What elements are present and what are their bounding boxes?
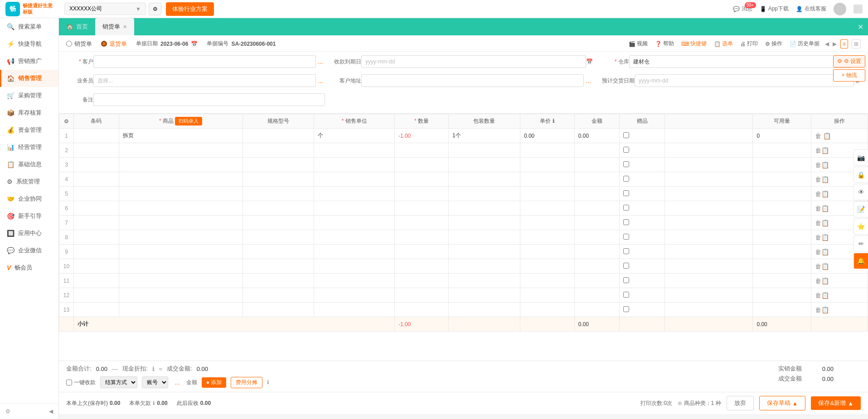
payment-method-select[interactable]: 结算方式: [100, 376, 137, 388]
delete-row-button[interactable]: 🗑: [815, 292, 821, 299]
gift-checkbox[interactable]: [623, 190, 629, 196]
delete-row-button[interactable]: 🗑: [815, 205, 821, 212]
price-cell[interactable]: 0.00: [520, 129, 574, 143]
logistics-button[interactable]: + 物流: [833, 69, 865, 82]
app-download-button[interactable]: 📱 App下载: [760, 5, 789, 13]
sidebar-item-system[interactable]: ⚙ 系统管理: [0, 173, 58, 190]
delete-row-button[interactable]: 🗑: [815, 132, 821, 140]
help-btn[interactable]: ❓ 帮助: [653, 39, 676, 48]
copy-row-button[interactable]: 📋: [821, 306, 829, 313]
sidebar-item-marketing[interactable]: 📢 营销推广: [0, 53, 58, 70]
add-payment-button[interactable]: ● 添加: [202, 377, 226, 388]
delete-row-button[interactable]: 🗑: [815, 161, 821, 169]
customer-input[interactable]: [93, 55, 316, 68]
prev-icon[interactable]: ◀: [825, 41, 829, 47]
delete-row-button[interactable]: 🗑: [815, 176, 821, 183]
sidebar-item-coop[interactable]: 🤝 企业协同: [0, 190, 58, 207]
delete-row-button[interactable]: 🗑: [815, 190, 821, 197]
copy-row-button[interactable]: 📋: [821, 161, 829, 169]
delete-row-button[interactable]: 🗑: [815, 248, 821, 255]
copy-row-button[interactable]: 📋: [821, 205, 829, 212]
help-icon2[interactable]: ℹ: [153, 400, 155, 406]
delete-row-button[interactable]: 🗑: [815, 219, 821, 226]
close-all-button[interactable]: ✕: [858, 23, 863, 31]
sidebar-collapse-button[interactable]: ◀: [49, 408, 53, 414]
user-avatar[interactable]: [834, 3, 846, 15]
one-click-checkbox[interactable]: [66, 380, 72, 385]
remark-input[interactable]: [93, 93, 325, 106]
gift-checkbox[interactable]: [623, 292, 629, 298]
save-draft-button[interactable]: 保存草稿 ▲: [759, 396, 806, 410]
copy-row-button[interactable]: 📋: [821, 248, 829, 255]
copy-row-button[interactable]: 📋: [821, 190, 829, 197]
shortcut-btn[interactable]: ⌨ 快捷键: [679, 39, 708, 48]
qty-cell[interactable]: -1.00: [394, 129, 448, 143]
gift-checkbox[interactable]: [623, 147, 629, 153]
copy-row-button[interactable]: 📋: [821, 234, 829, 241]
payment-account-select[interactable]: 账号: [142, 376, 168, 388]
sidebar-item-basic[interactable]: 📋 基础信息: [0, 156, 58, 173]
company-selector[interactable]: XXXXXX公司 ▼: [64, 3, 146, 15]
amount-cell[interactable]: 0.00: [574, 129, 620, 143]
due-date-input[interactable]: [361, 55, 586, 68]
fee-split-button[interactable]: 费用分摊: [231, 377, 262, 388]
list-view-icon[interactable]: ≡: [840, 39, 848, 48]
gift-checkbox[interactable]: [623, 306, 629, 312]
copy-row-button[interactable]: 📋: [821, 147, 829, 154]
calendar-icon[interactable]: 📅: [191, 41, 198, 47]
next-icon[interactable]: ▶: [833, 41, 837, 47]
sidebar-item-purchase[interactable]: 🛒 采购管理: [0, 87, 58, 104]
gift-checkbox[interactable]: [623, 234, 629, 240]
gift-checkbox[interactable]: [623, 248, 629, 254]
gift-checkbox[interactable]: [623, 263, 629, 269]
copy-row-button[interactable]: 📋: [821, 219, 829, 226]
sidebar-item-sales[interactable]: 🏠 销售管理: [0, 70, 58, 87]
trial-button[interactable]: 体验行业方案: [166, 2, 214, 16]
video-btn[interactable]: 🎬 视频: [627, 39, 650, 48]
addr-dots-btn[interactable]: ...: [584, 77, 593, 84]
pack-cell[interactable]: 1个: [448, 129, 520, 143]
customer-dots-btn[interactable]: ...: [316, 58, 325, 65]
float-camera-button[interactable]: 📷: [853, 149, 868, 166]
radio-sales-input[interactable]: [66, 41, 72, 47]
spec-cell[interactable]: [242, 129, 314, 143]
due-calendar-icon[interactable]: 📅: [586, 58, 593, 65]
gift-checkbox[interactable]: [623, 219, 629, 225]
expected-date-input[interactable]: [635, 74, 854, 87]
salesman-input[interactable]: [93, 74, 316, 87]
delete-row-button[interactable]: 🗑: [815, 147, 821, 154]
delete-row-button[interactable]: 🗑: [815, 306, 821, 313]
messages-button[interactable]: 💬 消息 99+: [733, 5, 752, 13]
float-bell-button[interactable]: 🔔: [853, 253, 868, 269]
delete-row-button[interactable]: 🗑: [815, 277, 821, 284]
customer-addr-input[interactable]: [361, 74, 584, 87]
tab-home[interactable]: 🏠 首页: [59, 18, 95, 35]
tab-sales-order[interactable]: 销货单 ✕: [95, 18, 134, 35]
operate-btn[interactable]: ⚙ 操作: [763, 39, 784, 48]
gift-checkbox[interactable]: [623, 205, 629, 211]
scan-button[interactable]: 扫码录入: [175, 117, 202, 125]
discard-button[interactable]: 放弃: [727, 396, 754, 410]
help-icon[interactable]: ℹ: [152, 366, 155, 372]
sidebar-item-guide[interactable]: 🎯 新手引导: [0, 207, 58, 225]
warehouse-input[interactable]: [629, 55, 852, 68]
delete-row-button[interactable]: 🗑: [815, 263, 821, 270]
gift-checkbox[interactable]: [623, 176, 629, 182]
sidebar-item-finance[interactable]: 💰 资金管理: [0, 121, 58, 139]
tab-close-icon[interactable]: ✕: [123, 24, 127, 30]
gift-checkbox[interactable]: [623, 277, 629, 283]
copy-row-button[interactable]: 📋: [821, 292, 829, 299]
sidebar-item-wechat[interactable]: 💬 企业微信: [0, 242, 58, 259]
sidebar-item-search[interactable]: 🔍 搜索菜单: [0, 18, 58, 35]
settings-right-button[interactable]: ⚙ ⚙ 设置: [833, 55, 865, 67]
one-click-payment[interactable]: 一键收款: [66, 379, 96, 386]
sidebar-item-operation[interactable]: 📊 经营管理: [0, 139, 58, 156]
copy-row-button[interactable]: 📋: [821, 176, 829, 183]
radio-return-input[interactable]: [101, 41, 107, 47]
history-btn[interactable]: 📄 历史单据: [788, 39, 821, 48]
company-settings-button[interactable]: ⚙: [149, 3, 161, 15]
product-cell[interactable]: 拆页: [119, 129, 242, 143]
copy-row-button[interactable]: 📋: [823, 132, 831, 140]
gift-checkbox[interactable]: [623, 132, 629, 138]
gift-checkbox[interactable]: [623, 161, 629, 167]
